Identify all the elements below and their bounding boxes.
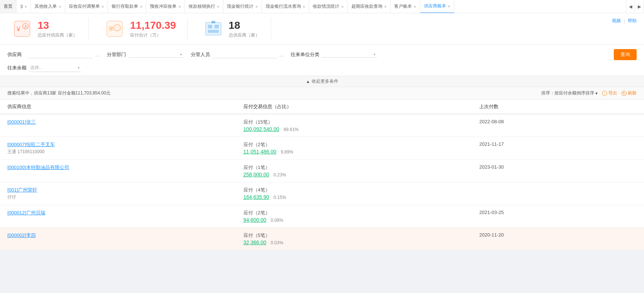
payable-amount[interactable]: 258,000.00 <box>244 172 269 177</box>
help-link[interactable]: 帮助 <box>628 18 637 24</box>
payable-percent: 0.23% <box>274 172 286 177</box>
nav-tab-adjustment[interactable]: 应收应付调整单 × <box>65 0 108 13</box>
video-link[interactable]: 视频 <box>612 18 621 24</box>
close-icon[interactable]: × <box>448 4 450 8</box>
nav-prev-arrow[interactable]: ◀ <box>626 0 635 13</box>
payable-total-icon: 米 <box>104 18 126 40</box>
person-input[interactable] <box>212 51 277 58</box>
person-label: 分管人员 <box>191 51 210 58</box>
nav-tab-cash-stats[interactable]: 现金银行统计 × <box>223 0 262 13</box>
close-icon[interactable]: × <box>217 4 219 9</box>
filter-area: 供应商 ... 分管部门 ▾ 分管人员 ... 往来单位分类 ▾ 查询 往来 <box>0 45 644 87</box>
payable-percent: 9.89% <box>281 149 293 155</box>
svg-text:人: 人 <box>24 24 28 28</box>
supplier-dots[interactable]: ... <box>95 52 99 58</box>
payable-amount[interactable]: 164,635.90 <box>244 194 269 200</box>
total-suppliers-icon <box>202 18 224 40</box>
right-actions: 排序：按应付余额倒序排序 ▾ ↑ 导出 ↻ 刷新 <box>541 90 637 96</box>
close-icon[interactable]: × <box>59 4 61 9</box>
filter-row-2: 往来余额 选择... ▾ <box>7 64 637 72</box>
stat-content-payable-total: 11,170.39 应付合计（万） <box>130 19 176 39</box>
nav-tab-collection-stats[interactable]: 收款情况统计 × <box>309 0 347 13</box>
close-icon[interactable]: × <box>384 4 386 9</box>
stats-bar: ¥ 人 13 总应付供应商（家） 米 11,170.39 应付合计（万） <box>0 13 644 45</box>
nav-tab-home[interactable]: 首页 <box>0 0 17 13</box>
nav-tab-overdue[interactable]: 超期应收款查询 × <box>348 0 391 13</box>
last-pay-date: 2021-11-17 <box>479 141 504 147</box>
payable-percent: 0.08% <box>271 218 283 223</box>
supplier-link[interactable]: [000012]广州贝瑞 <box>7 210 244 216</box>
supplier-link[interactable]: [000002]李四 <box>7 232 244 239</box>
filter-category: 往来单位分类 ▾ <box>291 51 377 58</box>
close-icon[interactable]: × <box>178 4 181 9</box>
nav-tab-prepay[interactable]: 预收冲应收单 × <box>146 0 185 13</box>
nav-tab-supplier-book[interactable]: 供应商账本 × <box>420 0 454 13</box>
table-row: [000001]张三 应付（15笔） 100,092,540.00 89.61%… <box>0 114 644 137</box>
nav-tab-cash-flow[interactable]: 现金银行流水查询 × <box>262 0 309 13</box>
svg-text:¥: ¥ <box>16 25 21 33</box>
supplier-sub-info: 仔仔 <box>7 194 244 200</box>
close-icon[interactable]: × <box>255 4 258 9</box>
payable-amount[interactable]: 94,600.00 <box>244 217 266 223</box>
supplier-link[interactable]: [000001]张三 <box>7 119 244 125</box>
supplier-info-cell: [000007]恒旺二手叉车 王通 17106110000 <box>7 141 244 155</box>
close-icon[interactable]: × <box>102 4 104 9</box>
nav-tab-bank[interactable]: 银行存取款单 × <box>108 0 146 13</box>
refresh-button[interactable]: ↻ 刷新 <box>622 90 637 96</box>
supplier-link[interactable]: [000007]恒旺二手叉车 <box>7 141 244 148</box>
dept-label: 分管部门 <box>107 51 126 58</box>
close-icon[interactable]: × <box>414 4 416 9</box>
export-button[interactable]: ↑ 导出 <box>602 90 617 96</box>
filter-row-1: 供应商 ... 分管部门 ▾ 分管人员 ... 往来单位分类 ▾ 查询 <box>7 49 637 60</box>
stat-card-payable-total: 米 11,170.39 应付合计（万） <box>100 18 188 40</box>
payable-percent: 0.15% <box>274 195 286 200</box>
payable-info-cell: 应付（1笔） 258,000.00 0.23% <box>244 164 480 177</box>
category-label: 往来单位分类 <box>291 51 319 58</box>
dept-select[interactable]: ▾ <box>128 52 183 58</box>
collapse-bar[interactable]: ▲ 收起更多条件 <box>0 76 644 87</box>
stat-content-payable-suppliers: 13 总应付供应商（家） <box>38 19 77 39</box>
supplier-link[interactable]: [000100]本特勤油品有限公司 <box>7 164 244 171</box>
last-pay-cell: 2021-03-25 <box>479 210 637 215</box>
payable-amount[interactable]: 32,366.00 <box>244 239 266 245</box>
category-select[interactable]: ▾ <box>322 52 377 58</box>
close-icon[interactable]: × <box>25 4 27 9</box>
nav-arrows: ◀ ▶ <box>626 0 644 13</box>
supplier-link[interactable]: [001]广州荣轩 <box>7 187 244 193</box>
result-text: 搜索结果中，供应商13家 应付金额111,703,854.00元 <box>7 90 111 96</box>
last-pay-date: 2021-03-25 <box>479 210 504 215</box>
balance-placeholder: 选择... <box>30 65 43 71</box>
payable-amount[interactable]: 100,092,540.00 <box>244 126 279 132</box>
nav-tab-3[interactable]: 3 × <box>17 0 31 13</box>
payable-count: 应付（2笔） <box>244 141 480 148</box>
payable-suppliers-label: 总应付供应商（家） <box>38 32 77 38</box>
supplier-info-cell: [000001]张三 <box>7 119 244 125</box>
payable-amount[interactable]: 11,051,486.00 <box>244 149 277 155</box>
payable-total-label: 应付合计（万） <box>130 32 176 38</box>
nav-tab-collection[interactable]: 收款核销执行 × <box>185 0 223 13</box>
nav-tab-other-income[interactable]: 其他收入单 × <box>31 0 65 13</box>
refresh-label: 刷新 <box>628 90 637 96</box>
close-icon[interactable]: × <box>303 4 305 9</box>
stat-card-total-suppliers: 18 总供应商（家） <box>199 18 271 40</box>
chevron-down-icon: ▾ <box>595 91 598 96</box>
chevron-up-icon: ▲ <box>306 79 310 84</box>
payable-count: 应付（1笔） <box>244 164 480 171</box>
nav-tab-customer-book[interactable]: 客户账本 × <box>391 0 420 13</box>
sort-label: 排序：按应付余额倒序排序 <box>541 90 594 96</box>
chevron-down-icon: ▾ <box>78 66 80 70</box>
nav-next-arrow[interactable]: ▶ <box>635 0 644 13</box>
last-pay-date: 2023-01-30 <box>479 164 504 170</box>
sort-button[interactable]: 排序：按应付余额倒序排序 ▾ <box>541 90 598 96</box>
export-icon: ↑ <box>602 91 607 96</box>
chevron-down-icon: ▾ <box>374 52 375 56</box>
table-row: [000002]李四 应付（5笔） 32,366.00 0.03% 2020-1… <box>0 228 644 250</box>
supplier-input[interactable] <box>28 51 93 58</box>
close-icon[interactable]: × <box>341 4 343 9</box>
person-dots[interactable]: ... <box>279 52 284 58</box>
payable-suppliers-icon: ¥ 人 <box>11 18 33 40</box>
close-icon[interactable]: × <box>140 4 142 9</box>
balance-select[interactable]: 选择... ▾ <box>29 64 81 72</box>
supplier-info-cell: [000002]李四 <box>7 232 244 239</box>
search-button[interactable]: 查询 <box>614 49 637 60</box>
